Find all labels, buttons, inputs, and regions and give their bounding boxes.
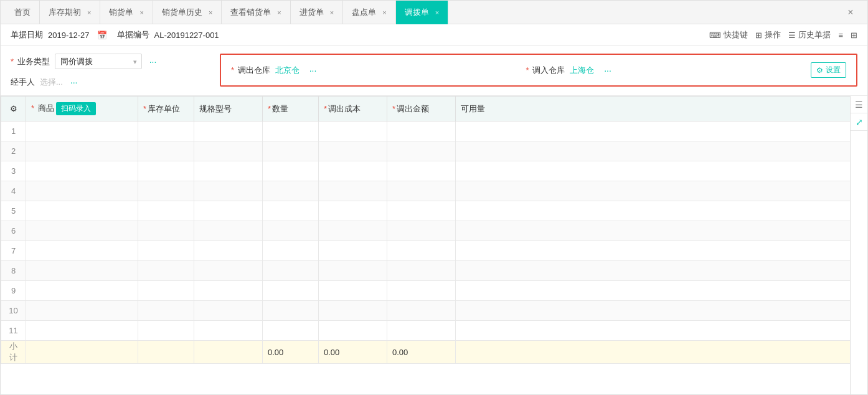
amount-cell-5[interactable] [387, 201, 456, 221]
product-cell-10[interactable] [26, 301, 138, 321]
product-cell-2[interactable] [26, 141, 138, 161]
product-cell-3[interactable] [26, 161, 138, 181]
amount-cell-8[interactable] [387, 261, 456, 281]
tab-stocktake-close[interactable]: × [382, 9, 386, 16]
amount-cell-4[interactable] [387, 181, 456, 201]
qty-cell-3[interactable] [263, 161, 319, 181]
unit-cell-3[interactable] [138, 161, 194, 181]
unit-cell-11[interactable] [138, 321, 194, 341]
cost-cell-3[interactable] [319, 161, 387, 181]
cost-cell-4[interactable] [319, 181, 387, 201]
unit-cell-6[interactable] [138, 221, 194, 241]
spec-cell-8[interactable] [194, 261, 263, 281]
available-cell-6[interactable] [456, 221, 851, 241]
window-close-button[interactable]: × [839, 1, 862, 24]
available-cell-5[interactable] [456, 201, 851, 221]
unit-cell-4[interactable] [138, 181, 194, 201]
operation-button[interactable]: ⊞ 操作 [755, 29, 781, 40]
cost-cell-2[interactable] [319, 141, 387, 161]
cost-cell-1[interactable] [319, 121, 387, 141]
right-panel-expand-button[interactable]: ⤢ [851, 113, 868, 131]
available-cell-11[interactable] [456, 321, 851, 341]
available-cell-10[interactable] [456, 301, 851, 321]
product-cell-7[interactable] [26, 241, 138, 261]
shortcut-button[interactable]: ⌨ 快捷键 [709, 29, 748, 40]
qty-cell-2[interactable] [263, 141, 319, 161]
cost-cell-11[interactable] [319, 321, 387, 341]
product-cell-8[interactable] [26, 261, 138, 281]
available-cell-3[interactable] [456, 161, 851, 181]
qty-cell-4[interactable] [263, 181, 319, 201]
business-type-select[interactable]: 同价调拨 [55, 54, 142, 69]
tab-sales-order[interactable]: 销货单 × [100, 1, 153, 24]
product-cell-1[interactable] [26, 121, 138, 141]
spec-cell-3[interactable] [194, 161, 263, 181]
amount-cell-7[interactable] [387, 241, 456, 261]
spec-cell-4[interactable] [194, 181, 263, 201]
cost-cell-7[interactable] [319, 241, 387, 261]
cost-cell-5[interactable] [319, 201, 387, 221]
unit-cell-9[interactable] [138, 281, 194, 301]
qty-cell-9[interactable] [263, 281, 319, 301]
unit-cell-1[interactable] [138, 121, 194, 141]
history-button[interactable]: ☰ 历史单据 [788, 29, 831, 40]
tab-stocktake[interactable]: 盘点单 × [343, 1, 395, 24]
amount-cell-11[interactable] [387, 321, 456, 341]
product-cell-5[interactable] [26, 201, 138, 221]
tab-purchase-close[interactable]: × [330, 9, 334, 16]
spec-cell-11[interactable] [194, 321, 263, 341]
calendar-icon[interactable]: 📅 [97, 31, 107, 40]
handler-select[interactable]: 选择... [40, 77, 63, 88]
cost-cell-6[interactable] [319, 221, 387, 241]
tab-sales-order-close[interactable]: × [139, 9, 143, 16]
spec-cell-6[interactable] [194, 221, 263, 241]
layout2-button[interactable]: ⊞ [851, 31, 857, 40]
available-cell-4[interactable] [456, 181, 851, 201]
available-cell-2[interactable] [456, 141, 851, 161]
tab-home[interactable]: 首页 [6, 1, 40, 24]
transfer-out-more-button[interactable]: ··· [309, 65, 317, 75]
unit-cell-8[interactable] [138, 261, 194, 281]
tab-transfer-close[interactable]: × [435, 9, 439, 16]
product-cell-4[interactable] [26, 181, 138, 201]
scan-button[interactable]: 扫码录入 [56, 102, 96, 115]
qty-cell-10[interactable] [263, 301, 319, 321]
qty-cell-8[interactable] [263, 261, 319, 281]
qty-cell-11[interactable] [263, 321, 319, 341]
tab-transfer[interactable]: 调拨单 × [396, 1, 448, 24]
amount-cell-1[interactable] [387, 121, 456, 141]
available-cell-9[interactable] [456, 281, 851, 301]
amount-cell-6[interactable] [387, 221, 456, 241]
unit-cell-7[interactable] [138, 241, 194, 261]
transfer-in-more-button[interactable]: ··· [604, 65, 611, 75]
amount-cell-9[interactable] [387, 281, 456, 301]
tab-view-sales-close[interactable]: × [277, 9, 281, 16]
cost-cell-9[interactable] [319, 281, 387, 301]
unit-cell-10[interactable] [138, 301, 194, 321]
spec-cell-2[interactable] [194, 141, 263, 161]
spec-cell-1[interactable] [194, 121, 263, 141]
tab-purchase[interactable]: 进货单 × [291, 1, 343, 24]
spec-cell-7[interactable] [194, 241, 263, 261]
qty-cell-5[interactable] [263, 201, 319, 221]
tab-view-sales[interactable]: 查看销货单 × [222, 1, 290, 24]
tab-sales-history[interactable]: 销货单历史 × [153, 1, 222, 24]
available-cell-7[interactable] [456, 241, 851, 261]
business-type-more-button[interactable]: ··· [149, 57, 157, 67]
cost-cell-10[interactable] [319, 301, 387, 321]
qty-cell-1[interactable] [263, 121, 319, 141]
product-cell-9[interactable] [26, 281, 138, 301]
qty-cell-7[interactable] [263, 241, 319, 261]
unit-cell-2[interactable] [138, 141, 194, 161]
unit-cell-5[interactable] [138, 201, 194, 221]
handler-more-button[interactable]: ··· [70, 77, 78, 87]
available-cell-8[interactable] [456, 261, 851, 281]
tab-inventory-init[interactable]: 库存期初 × [40, 1, 100, 24]
cost-cell-8[interactable] [319, 261, 387, 281]
settings-button[interactable]: ⚙ 设置 [811, 62, 846, 78]
amount-cell-2[interactable] [387, 141, 456, 161]
settings-col-icon[interactable]: ⚙ [10, 104, 17, 113]
tab-sales-history-close[interactable]: × [209, 9, 212, 16]
spec-cell-10[interactable] [194, 301, 263, 321]
layout1-button[interactable]: ≡ [838, 31, 843, 40]
